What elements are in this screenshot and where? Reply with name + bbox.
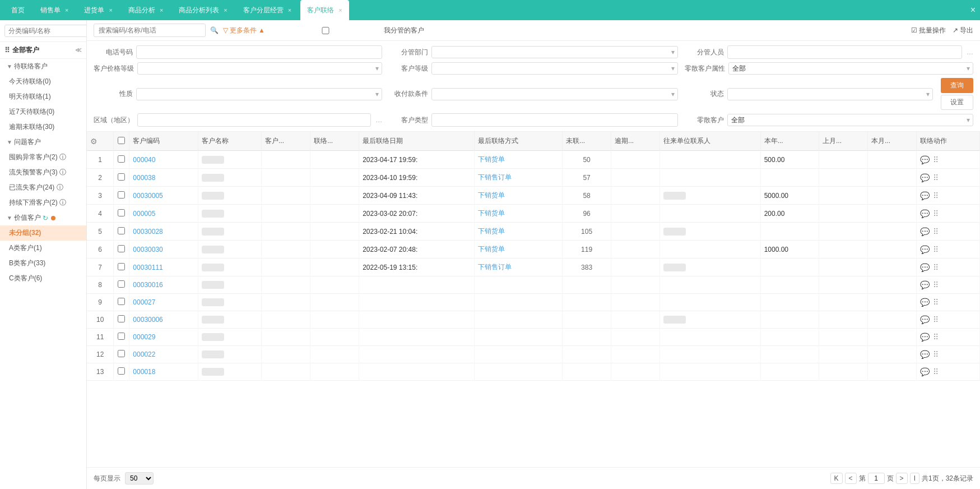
phone-input[interactable] bbox=[136, 45, 382, 59]
nav-purchase-close[interactable]: × bbox=[109, 7, 112, 13]
sidebar-item-a-class[interactable]: A类客户(1) bbox=[0, 241, 86, 256]
my-customers-toggle[interactable]: 我分管的客户 bbox=[270, 26, 424, 35]
more-conditions-btn[interactable]: ▽ 更多条件 ▲ bbox=[223, 26, 265, 35]
sidebar-item-overdue[interactable]: 逾期未联络(30) bbox=[0, 119, 86, 135]
nav-customer-tier-close[interactable]: × bbox=[288, 7, 291, 13]
sidebar-item-7days[interactable]: 近7天待联络(0) bbox=[0, 104, 86, 119]
batch-ops-btn[interactable]: ☑ 批量操作 bbox=[911, 26, 946, 35]
row-last-method[interactable]: 下销货单 bbox=[474, 241, 562, 259]
sidebar-item-churn-warning[interactable]: 流失预警客户(3) ⓘ bbox=[0, 165, 86, 180]
chat-icon[interactable]: 💬 bbox=[920, 173, 930, 182]
sidebar-collapse-btn[interactable]: ≪ bbox=[75, 47, 82, 54]
region-dots-icon[interactable]: … bbox=[375, 116, 382, 124]
next-page-btn[interactable]: > bbox=[896, 473, 908, 484]
filter-search-icon[interactable]: 🔍 bbox=[210, 26, 219, 34]
last-method-link[interactable]: 下销货单 bbox=[478, 191, 505, 199]
person-dots-icon[interactable]: … bbox=[967, 48, 973, 56]
sidebar-group-value[interactable]: ▼ 价值客户 ↻ bbox=[0, 210, 86, 225]
nav-customer-tier[interactable]: 客户分层经营 × bbox=[236, 0, 298, 20]
row-checkbox-cell[interactable] bbox=[114, 205, 129, 223]
row-checkbox-cell[interactable] bbox=[114, 363, 129, 381]
nav-sales[interactable]: 销售单 × bbox=[34, 0, 75, 20]
row-checkbox[interactable] bbox=[118, 227, 125, 234]
row-checkbox[interactable] bbox=[118, 333, 125, 340]
chat-icon[interactable]: 💬 bbox=[920, 350, 930, 359]
nav-analysis-list[interactable]: 商品分析列表 × bbox=[172, 0, 234, 20]
my-customers-checkbox[interactable] bbox=[270, 27, 382, 34]
first-page-btn[interactable]: K bbox=[830, 473, 843, 484]
dept-select[interactable] bbox=[431, 46, 677, 58]
row-last-method[interactable]: 下销货单 bbox=[474, 187, 562, 205]
grid-action-icon[interactable]: ⠿ bbox=[933, 315, 939, 324]
last-method-link[interactable]: 下销货单 bbox=[478, 209, 505, 217]
row-checkbox[interactable] bbox=[118, 191, 125, 199]
person-input[interactable] bbox=[727, 45, 962, 59]
retail-attr-select[interactable]: 全部 bbox=[728, 62, 973, 75]
row-checkbox-cell[interactable] bbox=[114, 223, 129, 241]
nature-select[interactable] bbox=[136, 88, 382, 100]
row-checkbox[interactable] bbox=[118, 280, 125, 288]
grid-action-icon[interactable]: ⠿ bbox=[933, 298, 939, 307]
sidebar-item-today[interactable]: 今天待联络(0) bbox=[0, 74, 86, 89]
refresh-icon[interactable]: ↻ bbox=[43, 214, 48, 222]
row-checkbox-cell[interactable] bbox=[114, 187, 129, 205]
row-checkbox-cell[interactable] bbox=[114, 311, 129, 329]
chat-icon[interactable]: 💬 bbox=[920, 315, 930, 324]
row-checkbox[interactable] bbox=[118, 298, 125, 305]
nav-customer-contact-close[interactable]: × bbox=[338, 7, 342, 13]
sidebar-item-b-class[interactable]: B类客户(33) bbox=[0, 256, 86, 271]
row-checkbox[interactable] bbox=[118, 315, 125, 322]
nav-home[interactable]: 首页 bbox=[4, 0, 31, 20]
grid-action-icon[interactable]: ⠿ bbox=[933, 350, 939, 359]
sidebar-item-declining[interactable]: 持续下滑客户(2) ⓘ bbox=[0, 195, 86, 210]
row-last-method[interactable]: 下销售订单 bbox=[474, 259, 562, 276]
row-checkbox[interactable] bbox=[118, 155, 125, 163]
last-method-link[interactable]: 下销货单 bbox=[478, 155, 505, 163]
settings-icon[interactable]: ⚙ bbox=[90, 137, 97, 146]
row-checkbox-cell[interactable] bbox=[114, 276, 129, 294]
grid-action-icon[interactable]: ⠿ bbox=[933, 333, 939, 342]
row-last-method[interactable]: 下销货单 bbox=[474, 205, 562, 223]
chat-icon[interactable]: 💬 bbox=[920, 263, 930, 272]
row-checkbox[interactable] bbox=[118, 209, 125, 216]
row-last-method[interactable] bbox=[474, 311, 562, 329]
nav-analysis-list-close[interactable]: × bbox=[224, 7, 227, 13]
price-level-select[interactable] bbox=[137, 62, 382, 75]
chat-icon[interactable]: 💬 bbox=[920, 245, 930, 254]
chat-icon[interactable]: 💬 bbox=[920, 333, 930, 342]
nav-customer-contact[interactable]: 客户联络 × bbox=[300, 0, 349, 20]
cust-type-input[interactable] bbox=[431, 113, 677, 127]
row-checkbox-cell[interactable] bbox=[114, 151, 129, 169]
row-last-method[interactable] bbox=[474, 346, 562, 363]
row-last-method[interactable] bbox=[474, 329, 562, 346]
row-checkbox[interactable] bbox=[118, 350, 125, 357]
sidebar-item-hoarding[interactable]: 囤购异常客户(2) ⓘ bbox=[0, 150, 86, 165]
nav-analysis[interactable]: 商品分析 × bbox=[122, 0, 170, 20]
row-checkbox-cell[interactable] bbox=[114, 259, 129, 276]
nav-analysis-close[interactable]: × bbox=[160, 7, 163, 13]
row-last-method[interactable] bbox=[474, 363, 562, 381]
sidebar-item-lost[interactable]: 已流失客户(24) ⓘ bbox=[0, 180, 86, 195]
grid-action-icon[interactable]: ⠿ bbox=[933, 209, 939, 218]
last-method-link[interactable]: 下销货单 bbox=[478, 245, 505, 253]
select-all-checkbox[interactable] bbox=[118, 137, 125, 144]
row-checkbox-cell[interactable] bbox=[114, 329, 129, 346]
row-checkbox-cell[interactable] bbox=[114, 346, 129, 363]
grid-action-icon[interactable]: ⠿ bbox=[933, 173, 939, 182]
page-size-select[interactable]: 50 100 200 bbox=[125, 472, 154, 485]
chat-icon[interactable]: 💬 bbox=[920, 367, 930, 376]
row-checkbox[interactable] bbox=[118, 263, 125, 270]
export-btn[interactable]: ↗ 导出 bbox=[953, 26, 973, 35]
row-last-method[interactable] bbox=[474, 294, 562, 311]
chat-icon[interactable]: 💬 bbox=[920, 191, 930, 200]
row-checkbox[interactable] bbox=[118, 173, 125, 181]
sidebar-group-pending[interactable]: ▼ 待联络客户 bbox=[0, 59, 86, 74]
all-customers-header[interactable]: ⠿ 全部客户 ≪ bbox=[0, 42, 86, 59]
grid-action-icon[interactable]: ⠿ bbox=[933, 155, 939, 164]
chat-icon[interactable]: 💬 bbox=[920, 298, 930, 307]
chat-icon[interactable]: 💬 bbox=[920, 280, 930, 289]
chat-icon[interactable]: 💬 bbox=[920, 155, 930, 164]
category-search-input[interactable] bbox=[4, 25, 87, 37]
cust-level-select[interactable] bbox=[431, 62, 677, 75]
retail-cust-select[interactable]: 全部 bbox=[727, 114, 973, 126]
